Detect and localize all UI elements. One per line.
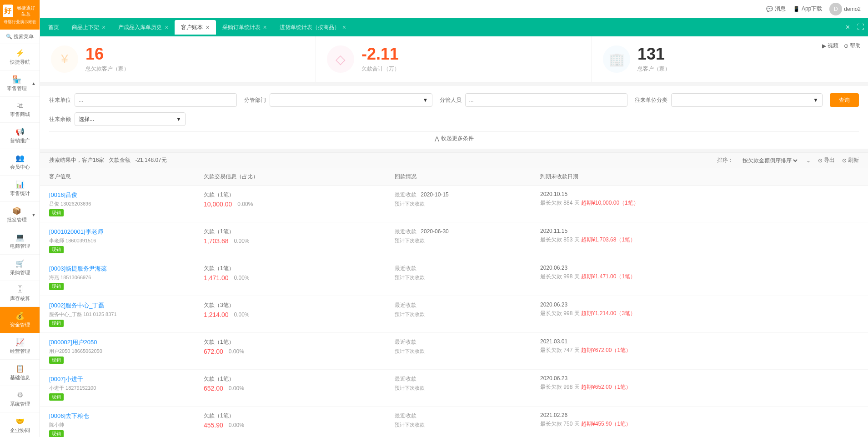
debt-count-6: 欠款（1笔） (204, 412, 395, 420)
balance-select-inner: 选择... ▼ (79, 116, 181, 123)
tab-purchase-order[interactable]: 采购订单统计表 × (216, 20, 273, 35)
tab-customer-account-close[interactable]: × (206, 24, 209, 31)
customer-name-3[interactable]: [0002]服务中心_丁磊 (49, 301, 204, 310)
debt-amount-6: 455.90 (204, 422, 223, 429)
help-label: 帮助 (850, 42, 861, 50)
close-all-tabs-btn[interactable]: × (844, 23, 852, 31)
sidebar-item-basic-info[interactable]: 📋 基础信息 (0, 360, 40, 386)
customer-tag-3: 现销 (49, 320, 64, 327)
sidebar-item-sys-mgmt[interactable]: ⚙ 系统管理 (0, 386, 40, 412)
overdue-cell-1: 2020.11.15 最长欠款 853 天 超期¥1,703.68（1笔） (540, 228, 859, 244)
stat-overdue-amount-info: -2.11 欠款合计（万） (361, 46, 400, 73)
tab-products-off-label: 商品上下架 (72, 24, 99, 31)
sidebar-item-enterprise[interactable]: 🤝 企业协同 (0, 412, 40, 437)
debt-amount-1: 1,703.68 (204, 237, 229, 245)
sidebar-item-quick-nav[interactable]: ⚡ 快捷导航 (0, 44, 40, 70)
source-unit-input[interactable]: ... (75, 93, 237, 107)
video-icon: ▶ (822, 43, 826, 49)
customer-name-2[interactable]: [0003]畅捷服务尹海蕊 (49, 265, 204, 273)
overdue-link-6[interactable]: 超期¥455.90（1笔） (581, 421, 631, 427)
overdue-link-3[interactable]: 超期¥1,214.00（3笔） (581, 310, 636, 316)
sidebar-item-inventory[interactable]: 🗄 库存核算 (0, 281, 40, 307)
tab-customer-account-label: 客户账本 (181, 24, 203, 31)
sidebar-item-label: 电商管理 (10, 243, 30, 250)
customer-name-5[interactable]: [0007]小进干 (49, 375, 204, 383)
overdue-link-2[interactable]: 超期¥1,471.00（1笔） (581, 273, 636, 280)
app-download-label: App下载 (802, 5, 822, 13)
sidebar-item-retail-mall[interactable]: 🛍 零售商城 (0, 97, 40, 123)
batch-mgmt-icon: 📦 (12, 206, 21, 215)
search-button[interactable]: 查询 (830, 93, 859, 107)
app-download-btn[interactable]: 📱 App下载 (793, 5, 822, 13)
stats-bar: ¥ 16 总欠款客户（家） ◇ -2.11 欠款合计（万） 🏢 131 总客户（… (40, 36, 868, 82)
logo-text: 畅捷通好生意 (15, 5, 37, 17)
message-btn[interactable]: 💬 消息 (766, 5, 786, 13)
department-select[interactable]: ▼ (270, 93, 432, 107)
overdue-cell-4-inner: 2021.03.01 最长欠款 747 天 超期¥672.00（1笔） (540, 338, 859, 354)
customer-cell-1: [0001020001]李老师 李老师 18600391516 现销 (49, 228, 204, 253)
overdue-link-5[interactable]: 超期¥652.00（1笔） (581, 384, 631, 390)
recovery-next-2: 预计下次收款 (395, 274, 540, 281)
customer-name-0[interactable]: [0016]吕俊 (49, 191, 204, 199)
sidebar-item-ecom-mgmt[interactable]: 💻 电商管理 (0, 228, 40, 255)
table-row: [0002]服务中心_丁磊 服务中心_丁磊 181 0125 8371 现销 欠… (40, 296, 868, 333)
sidebar-item-label: 库存核算 (10, 295, 30, 302)
sidebar-item-retail-mgmt[interactable]: 🏪 零售管理 ▲ (0, 70, 40, 97)
sidebar-search-menu[interactable]: 🔍 搜索菜单 (0, 30, 40, 44)
tab-purchase-stats[interactable]: 进货单统计表（按商品） × (273, 20, 352, 35)
customer-name-6[interactable]: [0006]去下粮仓 (49, 412, 204, 420)
tab-products-off[interactable]: 商品上下架 × (65, 20, 112, 35)
customer-name-4[interactable]: [000002]用户2050 (49, 338, 204, 347)
overdue-days-3: 最长欠款 998 天 (540, 310, 580, 316)
recovery-label-3: 最近收款 (395, 302, 416, 308)
balance-select[interactable]: 选择... ▼ (75, 112, 186, 126)
tab-products-history[interactable]: 产成品入库单历史 × (112, 20, 175, 35)
overdue-cell-1-inner: 2020.11.15 最长欠款 853 天 超期¥1,703.68（1笔） (540, 228, 859, 244)
recovery-date-1: 2020-06-30 (421, 228, 448, 235)
overdue-link-1[interactable]: 超期¥1,703.68（1笔） (581, 236, 636, 243)
recovery-next-0: 预计下次收款 (395, 201, 540, 207)
user-menu[interactable]: D demo2 (829, 3, 861, 15)
tab-home[interactable]: 首页 (42, 20, 65, 35)
debt-amount-row-6: 455.90 0.00% (204, 422, 395, 429)
refresh-btn[interactable]: ⊙ 刷新 (842, 156, 859, 164)
sidebar-item-operation-mgmt[interactable]: 📈 经营管理 (0, 333, 40, 360)
sort-select[interactable]: 按欠款金额倒序排序 (741, 157, 799, 164)
sidebar-item-marketing[interactable]: 📢 营销推广 (0, 123, 40, 149)
tab-products-history-close[interactable]: × (165, 24, 168, 31)
tab-purchase-order-close[interactable]: × (263, 24, 267, 31)
export-btn[interactable]: ⊙ 导出 (818, 156, 835, 164)
tab-purchase-stats-label: 进货单统计表（按商品） (280, 24, 340, 31)
customer-name-1[interactable]: [0001020001]李老师 (49, 228, 204, 236)
overdue-cell-2: 2020.06.23 最长欠款 998 天 超期¥1,471.00（1笔） (540, 265, 859, 281)
overdue-amount-value: -2.11 (361, 46, 400, 62)
debt-cell-3: 欠款（3笔） 1,214.00 0.00% (204, 301, 395, 318)
overdue-link-4[interactable]: 超期¥672.00（1笔） (581, 347, 631, 353)
source-unit-label: 往来单位 (49, 96, 71, 104)
tab-products-off-close[interactable]: × (102, 24, 105, 31)
sidebar-item-batch-mgmt[interactable]: 📦 批发管理 ▼ (0, 202, 40, 228)
sidebar-item-retail-stats[interactable]: 📊 零售统计 (0, 176, 40, 202)
fullscreen-btn[interactable]: ⛶ (855, 23, 866, 31)
marketing-icon: 📢 (15, 127, 25, 136)
collapse-btn[interactable]: ⋀ 收起更多条件 (49, 131, 859, 145)
person-input[interactable]: ... (465, 93, 627, 107)
recovery-info-6: 最近收款 (395, 412, 540, 420)
debt-percent-3: 0.00% (234, 311, 250, 318)
sidebar-item-member[interactable]: 👥 会员中心 (0, 149, 40, 176)
overdue-link-0[interactable]: 超期¥10,000.00（1笔） (581, 200, 639, 206)
member-icon: 👥 (15, 154, 25, 162)
video-btn[interactable]: ▶ 视频 (822, 42, 838, 50)
recovery-label-0: 最近收款 (395, 191, 416, 198)
category-select[interactable]: ▼ (671, 93, 823, 107)
app-logo[interactable]: 好 畅捷通好生意 母婴行业演示账套 (0, 0, 40, 30)
sidebar-item-capital-mgmt[interactable]: 💰 资金管理 (0, 307, 40, 333)
overdue-customers-label: 总欠款客户（家） (85, 65, 129, 73)
tab-customer-account[interactable]: 客户账本 × (175, 20, 216, 35)
enterprise-icon: 🤝 (15, 417, 25, 426)
table-container: 客户信息 欠款交易信息（占比） 回款情况 到期未收款日期 [0016]吕俊 吕俊… (40, 168, 868, 437)
sidebar-item-purchase-mgmt[interactable]: 🛒 采购管理 (0, 255, 40, 281)
overdue-cell-6: 2021.02.26 最长欠款 750 天 超期¥455.90（1笔） (540, 412, 859, 428)
tab-purchase-stats-close[interactable]: × (342, 24, 346, 31)
help-btn[interactable]: ⊙ 帮助 (844, 42, 861, 50)
